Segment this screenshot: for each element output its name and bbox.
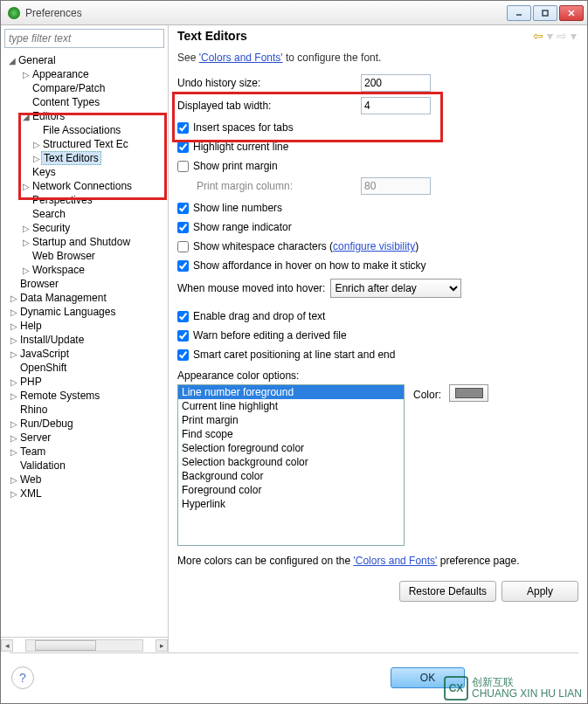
tree-network[interactable]: ▷Network Connections <box>4 179 168 193</box>
tree-content-types[interactable]: Content Types <box>4 95 168 109</box>
insert-spaces-label: Insert spaces for tabs <box>193 121 294 134</box>
expand-icon: ▷ <box>22 266 31 275</box>
list-item[interactable]: Selection foreground color <box>178 441 404 455</box>
back-icon[interactable]: ⇦ <box>531 29 545 43</box>
line-numbers-checkbox[interactable] <box>177 203 189 214</box>
warn-derived-checkbox[interactable] <box>177 330 189 342</box>
hover-select[interactable]: Enrich after delay <box>330 279 461 298</box>
scroll-thumb[interactable] <box>35 640 96 651</box>
tree-browser[interactable]: Browser <box>4 277 168 291</box>
color-label: Color: <box>413 389 441 401</box>
list-item[interactable]: Line number foreground <box>178 385 404 399</box>
tree-text-editors[interactable]: ▷Text Editors <box>4 151 168 165</box>
maximize-button[interactable] <box>533 5 557 21</box>
highlight-line-checkbox[interactable] <box>177 141 189 153</box>
tree-appearance[interactable]: ▷Appearance <box>4 67 168 81</box>
filter-input[interactable] <box>4 29 164 48</box>
forward-icon[interactable]: ⇨ <box>555 29 569 43</box>
tree-rundebug[interactable]: ▷Run/Debug <box>4 417 168 431</box>
tree-remote[interactable]: ▷Remote Systems <box>4 389 168 403</box>
dnd-checkbox[interactable] <box>177 311 189 322</box>
whitespace-checkbox[interactable] <box>177 241 189 252</box>
smart-caret-checkbox[interactable] <box>177 349 189 361</box>
apply-button[interactable]: Apply <box>502 581 578 602</box>
print-margin-checkbox[interactable] <box>177 161 189 172</box>
tree-xml[interactable]: ▷XML <box>4 487 168 500</box>
list-item[interactable]: Foreground color <box>178 483 404 497</box>
restore-defaults-button[interactable]: Restore Defaults <box>399 581 496 602</box>
print-margin-label: Show print margin <box>193 160 278 172</box>
tree-search[interactable]: Search <box>4 207 168 221</box>
minimize-button[interactable] <box>507 5 531 21</box>
insert-spaces-checkbox[interactable] <box>177 122 189 134</box>
affordance-checkbox[interactable] <box>177 260 189 272</box>
list-item[interactable]: Background color <box>178 469 404 483</box>
tree-perspectives[interactable]: Perspectives <box>4 193 168 207</box>
intro-text: See 'Colors and Fonts' to configure the … <box>177 52 578 64</box>
tree-team[interactable]: ▷Team <box>4 445 168 459</box>
tree-security[interactable]: ▷Security <box>4 221 168 235</box>
expand-icon: ▷ <box>22 224 31 233</box>
expand-icon: ▷ <box>10 321 18 331</box>
tree-workspace[interactable]: ▷Workspace <box>4 263 168 277</box>
expand-icon: ▷ <box>22 70 31 79</box>
preference-tree[interactable]: ◢General ▷Appearance Compare/Patch Conte… <box>1 52 168 637</box>
color-options-label: Appearance color options: <box>177 369 578 382</box>
svg-rect-1 <box>543 10 548 16</box>
list-item[interactable]: Selection background color <box>178 455 404 469</box>
watermark-logo-icon: CX <box>444 676 468 701</box>
dnd-label: Enable drag and drop of text <box>193 310 325 322</box>
page-title: Text Editors <box>177 29 531 43</box>
tree-server[interactable]: ▷Server <box>4 431 168 445</box>
sidebar: ◢General ▷Appearance Compare/Patch Conte… <box>1 25 169 652</box>
tree-rhino[interactable]: Rhino <box>4 403 168 417</box>
list-item[interactable]: Hyperlink <box>178 497 404 511</box>
undo-history-input[interactable] <box>361 74 431 92</box>
colors-fonts-link[interactable]: 'Colors and Fonts' <box>199 52 283 64</box>
tree-startup[interactable]: ▷Startup and Shutdow <box>4 235 168 249</box>
colors-fonts-link-2[interactable]: 'Colors and Fonts' <box>353 555 437 567</box>
help-button[interactable]: ? <box>11 666 34 689</box>
expand-icon: ▷ <box>10 349 18 359</box>
tree-compare[interactable]: Compare/Patch <box>4 81 168 95</box>
expand-icon: ▷ <box>22 182 31 191</box>
tree-openshift[interactable]: OpenShift <box>4 361 168 375</box>
close-button[interactable] <box>559 5 584 21</box>
tree-help[interactable]: ▷Help <box>4 319 168 333</box>
tree-editors[interactable]: ◢Editors <box>4 109 168 123</box>
range-indicator-label: Show range indicator <box>193 221 292 233</box>
tree-keys[interactable]: Keys <box>4 165 168 179</box>
tree-javascript[interactable]: ▷JavaScript <box>4 347 168 361</box>
tree-php[interactable]: ▷PHP <box>4 375 168 389</box>
expand-icon: ▷ <box>22 238 31 247</box>
color-options-list[interactable]: Line number foreground Current line high… <box>177 384 405 546</box>
forward-dropdown-icon[interactable]: ▾ <box>569 29 578 43</box>
highlight-line-label: Highlight current line <box>193 141 288 153</box>
whitespace-label: Show whitespace characters <box>193 240 327 252</box>
list-item[interactable]: Current line highlight <box>178 399 404 413</box>
horizontal-scrollbar[interactable]: ◂ ▸ <box>1 637 168 652</box>
list-item[interactable]: Print margin <box>178 413 404 427</box>
color-swatch <box>455 388 483 398</box>
tree-install[interactable]: ▷Install/Update <box>4 333 168 347</box>
collapse-icon: ◢ <box>22 112 31 121</box>
tree-dynamic-lang[interactable]: ▷Dynamic Languages <box>4 305 168 319</box>
scroll-right-icon[interactable]: ▸ <box>156 639 168 652</box>
scroll-left-icon[interactable]: ◂ <box>1 639 13 652</box>
tree-file-associations[interactable]: File Associations <box>4 123 168 137</box>
tree-structured-text[interactable]: ▷Structured Text Ec <box>4 137 168 151</box>
tree-validation[interactable]: Validation <box>4 459 168 473</box>
title-bar: Preferences <box>1 1 587 25</box>
color-picker-button[interactable] <box>449 384 488 402</box>
tab-width-input[interactable] <box>361 97 431 114</box>
list-item[interactable]: Find scope <box>178 427 404 441</box>
print-margin-col-input <box>361 177 431 195</box>
tree-web[interactable]: ▷Web <box>4 473 168 487</box>
configure-visibility-link[interactable]: configure visibility <box>333 240 415 252</box>
range-indicator-checkbox[interactable] <box>177 222 189 233</box>
expand-icon: ▷ <box>10 293 18 303</box>
tree-general[interactable]: ◢General <box>4 53 168 67</box>
back-dropdown-icon[interactable]: ▾ <box>545 29 555 43</box>
tree-web-browser[interactable]: Web Browser <box>4 249 168 263</box>
tree-data-mgmt[interactable]: ▷Data Management <box>4 291 168 305</box>
